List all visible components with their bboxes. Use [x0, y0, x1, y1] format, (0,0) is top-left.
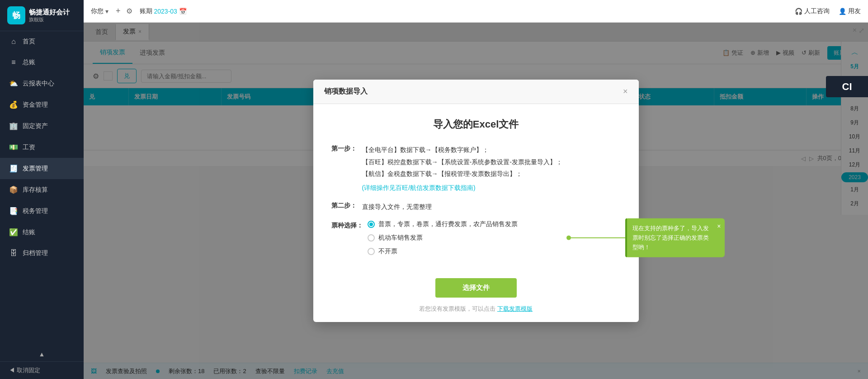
radio-circle-1[interactable] [368, 221, 375, 228]
wages-icon: 💵 [9, 143, 18, 152]
sidebar-label-cloud: 云报表中心 [23, 80, 54, 88]
hint-prefix: 若您没有发票模版，可以点击 [419, 305, 495, 312]
radio-item-1[interactable]: 普票，专票，卷票，通行费发票，农产品销售发票 [368, 220, 518, 228]
radio-label-3: 不开票 [378, 247, 397, 256]
step1-line3: 【航信】金税盘数据下载→【报税管理-发票数据导出】； [362, 168, 562, 180]
radio-circle-3[interactable] [368, 248, 375, 255]
tooltip-line [571, 237, 625, 238]
radio-circle-2[interactable] [368, 234, 375, 242]
tooltip-close-icon[interactable]: × [717, 221, 721, 231]
user-icon: 👤 [839, 8, 846, 15]
modal-main-title: 导入您的Excel文件 [331, 118, 621, 131]
step1-link[interactable]: (详细操作见百旺/航信发票数据下载指南) [362, 184, 476, 191]
sidebar: 畅 畅捷通好会计 旗舰版 ⌂ 首页 ≡ 总账 ⛅ 云报表中心 💰 资金管理 🏢 … [0, 0, 84, 379]
checkout-icon: ✅ [9, 228, 18, 237]
logo-icon: 畅 [7, 6, 25, 24]
modal-title: 销项数据导入 [324, 87, 368, 96]
funds-icon: 💰 [9, 100, 18, 109]
sidebar-item-archive[interactable]: 🗄 归档管理 [0, 243, 84, 264]
tooltip-bubble: 现在支持的票种多了，导入发票时别忘了选择正确的发票类型哟！ × [625, 218, 725, 257]
sidebar-item-tax[interactable]: 📑 税务管理 [0, 200, 84, 222]
sidebar-item-home[interactable]: ⌂ 首页 [0, 31, 84, 52]
home-icon: ⌂ [9, 38, 18, 46]
headphone-icon: 🎧 [795, 8, 802, 15]
sidebar-item-stock[interactable]: 📦 库存核算 [0, 179, 84, 200]
step2-row: 第二步： 直接导入文件，无需整理 [331, 201, 621, 213]
invoice-icon: 🧾 [9, 164, 18, 173]
step2-label: 第二步： [331, 202, 359, 210]
logo-sub: 旗舰版 [29, 16, 70, 23]
calendar-icon[interactable]: 📅 [179, 8, 187, 15]
logo-text-wrap: 畅捷通好会计 旗舰版 [29, 8, 70, 24]
window-controls: × ⤢ [849, 23, 868, 38]
sidebar-logo: 畅 畅捷通好会计 旗舰版 [0, 0, 84, 31]
user-label: 用友 [848, 7, 861, 15]
step1-line1: 【全电平台】数据下载→【税务数字账户】； [362, 144, 562, 156]
ticket-label: 票种选择： [331, 222, 368, 230]
window-close-icon[interactable]: × [853, 26, 857, 35]
tooltip-dot [566, 236, 571, 240]
tax-icon: 📑 [9, 207, 18, 215]
step1-label: 第一步： [331, 145, 359, 153]
radio-item-3[interactable]: 不开票 [368, 247, 518, 256]
account-name: 你您 [91, 7, 104, 15]
consult-button[interactable]: 🎧 人工咨询 [795, 7, 830, 15]
logo-text: 畅捷通好会计 [29, 8, 70, 17]
ledger-icon: ≡ [9, 58, 18, 66]
sidebar-label-assets: 固定资产 [23, 122, 48, 130]
ci-avatar: CI [826, 76, 868, 97]
modal-dialog: 销项数据导入 × 导入您的Excel文件 第一步： 【全电平台】数据下载→【税务… [313, 80, 639, 322]
tooltip-bar [625, 218, 627, 257]
radio-dot-1 [369, 223, 373, 226]
sidebar-label-checkout: 结账 [23, 228, 35, 237]
modal-overlay[interactable]: 销项数据导入 × 导入您的Excel文件 第一步： 【全电平台】数据下载→【税务… [84, 23, 868, 379]
archive-icon: 🗄 [9, 249, 18, 257]
tooltip-container: 现在支持的票种多了，导入发票时别忘了选择正确的发票类型哟！ × [566, 218, 725, 257]
topbar: 你您 ▾ + ⚙ 账期 2023-03 📅 🎧 人工咨询 👤 用友 [84, 0, 868, 23]
consult-label: 人工咨询 [804, 7, 830, 15]
step1-content: 【全电平台】数据下载→【税务数字账户】； 【百旺】税控盘数据下载→【系统设置-系… [362, 144, 562, 194]
step1-line2: 【百旺】税控盘数据下载→【系统设置-系统参数设置-发票批量导入】； [362, 156, 562, 168]
modal-hint: 若您没有发票模版，可以点击 下载发票模版 [331, 305, 621, 313]
download-template-link[interactable]: 下载发票模版 [497, 305, 533, 312]
sidebar-item-assets[interactable]: 🏢 固定资产 [0, 115, 84, 137]
radio-label-2: 机动车销售发票 [378, 234, 423, 242]
sidebar-label-home: 首页 [23, 38, 35, 46]
period-label: 账期 [140, 7, 152, 15]
radio-item-2[interactable]: 机动车销售发票 现在支持的票种多了，导入发票时别忘了选择正确的发票类型哟！ × [368, 234, 518, 242]
sidebar-item-invoice[interactable]: 🧾 发票管理 [0, 158, 84, 179]
sidebar-unpin[interactable]: ◀ 取消固定 [0, 361, 84, 379]
assets-icon: 🏢 [9, 122, 18, 130]
sidebar-label-archive: 归档管理 [23, 249, 48, 257]
add-tab-button[interactable]: + [116, 6, 121, 16]
tooltip-text: 现在支持的票种多了，导入发票时别忘了选择正确的发票类型哟！ [632, 225, 709, 251]
sidebar-item-wages[interactable]: 💵 工资 [0, 137, 84, 158]
sidebar-item-ledger[interactable]: ≡ 总账 [0, 52, 84, 73]
sidebar-label-invoice: 发票管理 [23, 165, 48, 173]
period-value: 2023-03 [154, 8, 177, 15]
step1-row: 第一步： 【全电平台】数据下载→【税务数字账户】； 【百旺】税控盘数据下载→【系… [331, 144, 621, 194]
radio-group: 普票，专票，卷票，通行费发票，农产品销售发票 机动车销售发票 现在支持的票种 [368, 220, 518, 256]
settings-icon[interactable]: ⚙ [126, 7, 132, 15]
sidebar-label-funds: 资金管理 [23, 101, 48, 109]
unpin-label: ◀ 取消固定 [9, 366, 40, 374]
modal-close-button[interactable]: × [623, 87, 628, 96]
sidebar-item-checkout[interactable]: ✅ 结账 [0, 222, 84, 243]
modal-footer: 选择文件 若您没有发票模版，可以点击 下载发票模版 [313, 274, 639, 322]
sidebar-item-funds[interactable]: 💰 资金管理 [0, 94, 84, 115]
modal-header: 销项数据导入 × [313, 80, 639, 104]
topbar-right: 🎧 人工咨询 👤 用友 [795, 7, 861, 15]
stock-icon: 📦 [9, 185, 18, 194]
sidebar-item-cloud[interactable]: ⛅ 云报表中心 [0, 73, 84, 94]
sidebar-label-tax: 税务管理 [23, 207, 48, 215]
account-dropdown-icon[interactable]: ▾ [105, 8, 108, 15]
user-button[interactable]: 👤 用友 [839, 7, 861, 15]
window-maximize-icon[interactable]: ⤢ [859, 26, 864, 35]
step2-content: 直接导入文件，无需整理 [362, 201, 432, 213]
sidebar-label-ledger: 总账 [23, 58, 35, 66]
modal-body: 导入您的Excel文件 第一步： 【全电平台】数据下载→【税务数字账户】； 【百… [313, 104, 639, 274]
select-file-button[interactable]: 选择文件 [435, 278, 517, 298]
sidebar-scroll-up[interactable]: ▲ [0, 347, 84, 361]
sidebar-nav: ⌂ 首页 ≡ 总账 ⛅ 云报表中心 💰 资金管理 🏢 固定资产 💵 工资 🧾 发… [0, 31, 84, 347]
cloud-icon: ⛅ [9, 79, 18, 88]
